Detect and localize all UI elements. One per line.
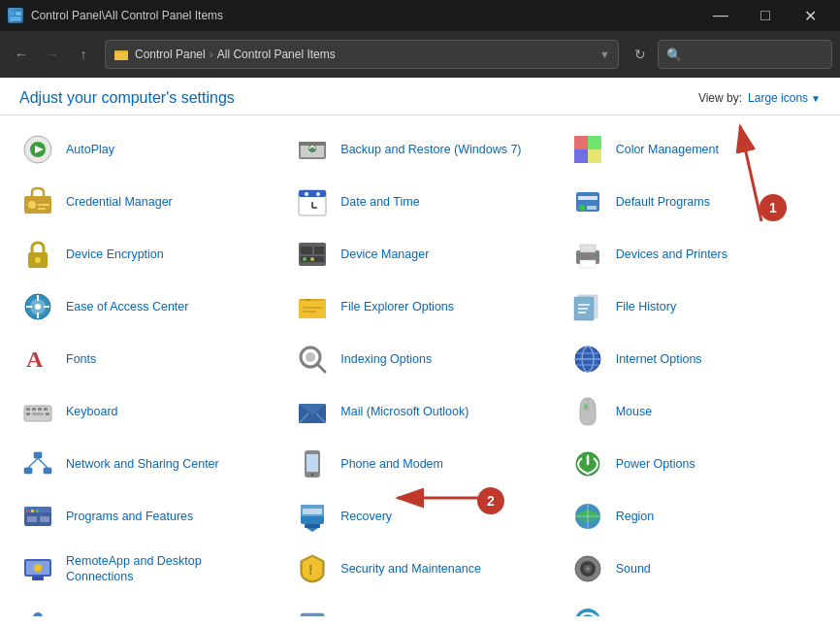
item-security[interactable]: !Security and Maintenance: [282, 543, 557, 595]
item-label-speech: Speech Recognition: [66, 613, 175, 616]
svg-rect-51: [299, 301, 326, 318]
item-label-programs: Programs and Features: [66, 509, 193, 524]
svg-point-37: [303, 257, 307, 261]
svg-point-90: [311, 474, 314, 477]
svg-point-29: [579, 205, 585, 211]
back-button[interactable]: ←: [8, 41, 35, 68]
item-label-internet: Internet Options: [616, 351, 702, 367]
item-region[interactable]: Region: [558, 490, 832, 543]
item-label-ease: Ease of Access Center: [66, 299, 188, 314]
svg-line-86: [28, 458, 38, 468]
power-icon: [569, 446, 606, 482]
sound-icon: [569, 550, 606, 587]
item-sync[interactable]: Sync Center: [558, 595, 832, 616]
app-icon: [8, 8, 23, 23]
item-fonts[interactable]: AFonts: [8, 333, 282, 385]
folder-icon: [113, 47, 129, 62]
item-label-network: Network and Sharing Center: [66, 456, 219, 472]
item-label-encryption: Device Encryption: [66, 247, 164, 262]
item-indexing[interactable]: Indexing Options: [282, 333, 557, 385]
default-icon: [569, 183, 606, 220]
svg-rect-89: [307, 454, 318, 472]
item-keyboard[interactable]: Keyboard: [8, 385, 282, 438]
item-label-default: Default Programs: [616, 194, 710, 210]
forward-button[interactable]: →: [39, 41, 66, 68]
item-credential[interactable]: Credential Manager: [8, 176, 282, 228]
item-programs[interactable]: Programs and Features: [8, 490, 282, 543]
minimize-button[interactable]: —: [698, 0, 743, 31]
item-backup[interactable]: Backup and Restore (Windows 7): [282, 123, 557, 176]
item-filehistory[interactable]: File History: [558, 280, 832, 333]
address-chevron-icon: ▼: [599, 49, 610, 60]
svg-rect-34: [301, 247, 312, 254]
item-label-mail: Mail (Microsoft Outlook): [340, 404, 468, 419]
address-field[interactable]: Control Panel › All Control Panel Items …: [105, 40, 619, 69]
address-path: Control Panel › All Control Panel Items: [135, 48, 336, 61]
item-devmgr[interactable]: Device Manager: [282, 228, 557, 280]
path-all-items[interactable]: All Control Panel Items: [217, 48, 336, 61]
up-button[interactable]: ↑: [70, 41, 97, 68]
network-icon: [19, 446, 56, 482]
item-internet[interactable]: Internet Options: [558, 333, 832, 385]
item-label-autoplay: AutoPlay: [66, 142, 114, 157]
item-encryption[interactable]: Device Encryption: [8, 228, 282, 280]
view-by-value-text: Large icons: [748, 91, 808, 105]
svg-rect-108: [32, 577, 44, 580]
item-color[interactable]: Color Management: [558, 123, 832, 176]
item-printer[interactable]: Devices and Printers: [558, 228, 832, 280]
item-label-phone: Phone and Modem: [340, 456, 443, 472]
item-speech[interactable]: Speech Recognition: [8, 595, 282, 616]
svg-rect-82: [584, 404, 588, 410]
svg-rect-41: [580, 260, 596, 268]
item-ease[interactable]: Ease of Access Center: [8, 280, 282, 333]
svg-rect-52: [303, 307, 322, 309]
close-button[interactable]: ✕: [788, 0, 832, 31]
item-storage[interactable]: Storage Spaces: [282, 595, 557, 616]
svg-rect-69: [26, 408, 30, 411]
svg-rect-13: [574, 136, 588, 149]
item-autoplay[interactable]: AutoPlay: [8, 123, 282, 176]
keyboard-icon: [19, 393, 56, 430]
item-mouse[interactable]: Mouse: [558, 385, 832, 438]
fonts-icon: A: [19, 341, 56, 378]
svg-point-109: [34, 564, 42, 572]
item-remote[interactable]: RemoteApp and Desktop Connections: [8, 543, 282, 595]
svg-text:A: A: [26, 346, 44, 372]
item-label-backup: Backup and Restore (Windows 7): [340, 142, 521, 157]
item-datetime[interactable]: Date and Time: [282, 176, 557, 228]
svg-rect-71: [38, 408, 42, 411]
encryption-icon: [19, 236, 56, 273]
title-bar: Control Panel\All Control Panel Items — …: [0, 0, 840, 31]
item-mail[interactable]: Mail (Microsoft Outlook): [282, 385, 557, 438]
item-recovery[interactable]: Recovery: [282, 490, 557, 543]
path-control-panel[interactable]: Control Panel: [135, 48, 206, 61]
svg-rect-2: [16, 12, 21, 16]
item-network[interactable]: Network and Sharing Center: [8, 438, 282, 490]
item-fileexplorer[interactable]: File Explorer Options: [282, 280, 557, 333]
svg-point-62: [306, 352, 315, 362]
item-label-datetime: Date and Time: [340, 194, 419, 210]
svg-text:!: !: [308, 562, 313, 578]
svg-point-23: [305, 192, 308, 196]
backup-icon: [294, 131, 331, 168]
svg-rect-97: [27, 516, 37, 522]
view-by-dropdown[interactable]: Large icons ▼: [748, 91, 821, 105]
item-phone[interactable]: Phone and Modem: [282, 438, 557, 490]
item-label-fileexplorer: File Explorer Options: [340, 299, 454, 314]
item-label-indexing: Indexing Options: [340, 351, 432, 367]
svg-rect-30: [587, 206, 597, 210]
item-power[interactable]: Power Options: [558, 438, 832, 490]
svg-rect-94: [26, 510, 29, 512]
svg-point-18: [28, 201, 36, 209]
svg-rect-98: [40, 516, 49, 522]
remote-icon: [19, 550, 56, 587]
svg-rect-96: [36, 510, 39, 512]
maximize-button[interactable]: □: [743, 0, 788, 31]
search-box[interactable]: 🔍: [658, 40, 832, 69]
item-label-devmgr: Device Manager: [340, 247, 429, 262]
item-default[interactable]: Default Programs: [558, 176, 832, 228]
speech-icon: [19, 603, 56, 616]
refresh-button[interactable]: ↻: [627, 41, 654, 68]
view-by-arrow-icon: ▼: [811, 93, 821, 104]
item-sound[interactable]: Sound: [558, 543, 832, 595]
